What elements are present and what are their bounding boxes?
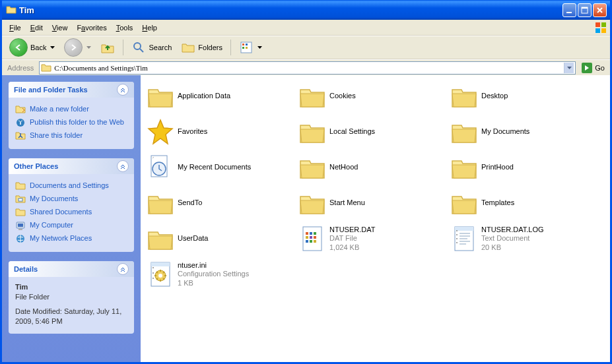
file-type: Text Document	[481, 234, 544, 243]
address-dropdown[interactable]	[564, 63, 574, 73]
file-name: NTUSER.DAT	[329, 226, 375, 234]
svg-point-34	[456, 230, 458, 231]
collapse-icon[interactable]	[117, 84, 129, 96]
menu-view[interactable]: View	[48, 22, 73, 34]
file-name: ntuser.ini	[178, 261, 249, 270]
maximize-button[interactable]	[578, 3, 592, 17]
menu-tools[interactable]: Tools	[112, 22, 138, 34]
file-name: PrintHood	[481, 163, 514, 171]
back-button[interactable]: Back	[6, 36, 58, 59]
file-name: UserData	[178, 234, 208, 243]
place-icon	[15, 220, 26, 231]
place-link[interactable]: My Computer	[15, 219, 127, 232]
forward-button[interactable]	[61, 36, 94, 59]
file-name: My Documents	[481, 127, 529, 136]
svg-rect-26	[306, 236, 308, 239]
minimize-button[interactable]	[562, 3, 576, 17]
file-item[interactable]: Application Data	[143, 79, 289, 113]
file-size: 1 KB	[178, 279, 249, 288]
place-link[interactable]: My Documents	[15, 193, 127, 206]
file-item[interactable]: PrintHood	[447, 150, 592, 185]
up-button[interactable]	[97, 38, 118, 57]
file-name: Desktop	[481, 92, 508, 100]
folder-icon	[298, 153, 327, 182]
folder-icon	[450, 117, 479, 146]
file-item[interactable]: Desktop	[447, 79, 592, 113]
svg-point-41	[153, 272, 154, 274]
file-item[interactable]: Start Menu	[295, 186, 440, 220]
file-item[interactable]: SendTo	[143, 186, 289, 220]
file-item[interactable]: UserData	[143, 222, 289, 256]
collapse-icon[interactable]	[117, 160, 129, 172]
file-list[interactable]: Application DataCookiesDesktopFavoritesL…	[141, 75, 610, 362]
file-name: NTUSER.DAT.LOG	[481, 226, 544, 234]
titlebar[interactable]: Tim	[2, 0, 610, 20]
task-link[interactable]: Publish this folder to the Web	[15, 116, 127, 129]
file-name: Application Data	[178, 92, 230, 100]
place-icon	[15, 194, 26, 204]
up-folder-icon	[100, 40, 115, 55]
place-link[interactable]: Shared Documents	[15, 206, 127, 219]
file-size: 1,024 KB	[329, 243, 375, 252]
details-type: File Folder	[15, 292, 127, 302]
svg-rect-29	[306, 240, 308, 243]
place-link[interactable]: Documents and Settings	[15, 179, 127, 193]
menu-help[interactable]: Help	[137, 22, 162, 34]
dropdown-arrow-icon	[50, 46, 55, 49]
file-item[interactable]: NTUSER.DATDAT File1,024 KB	[295, 222, 440, 256]
file-item[interactable]: Cookies	[295, 79, 440, 113]
views-icon	[239, 40, 254, 55]
file-item[interactable]: NTUSER.DAT.LOGText Document20 KB	[447, 222, 592, 256]
menu-favorites[interactable]: Favorites	[72, 22, 111, 34]
file-item[interactable]: ntuser.iniConfiguration Settings1 KB	[143, 257, 289, 291]
folder-icon	[298, 189, 327, 218]
task-link[interactable]: Make a new folder	[15, 103, 127, 116]
panel-header-places[interactable]: Other Places	[9, 158, 134, 174]
toolbar: Back Search Folders	[2, 36, 610, 59]
views-button[interactable]	[236, 38, 265, 57]
folder-icon	[450, 82, 479, 111]
svg-rect-6	[601, 28, 606, 33]
menubar: File Edit View Favorites Tools Help	[2, 20, 610, 36]
file-name: Favorites	[178, 127, 207, 136]
place-icon	[15, 181, 26, 191]
place-link[interactable]: My Network Places	[15, 232, 127, 245]
panel-other-places: Other Places Documents and SettingsMy Do…	[9, 158, 134, 252]
panel-file-tasks: File and Folder Tasks Make a new folderP…	[9, 82, 134, 149]
details-modified: Date Modified: Saturday, July 11, 2009, …	[15, 307, 127, 327]
svg-rect-24	[310, 232, 312, 235]
address-input[interactable]	[54, 64, 564, 72]
task-link[interactable]: Share this folder	[15, 129, 127, 142]
file-item[interactable]: My Recent Documents	[143, 150, 289, 185]
svg-rect-17	[18, 224, 23, 227]
search-icon	[131, 40, 146, 55]
file-item[interactable]: My Documents	[447, 115, 592, 149]
svg-rect-10	[246, 44, 248, 46]
svg-rect-31	[314, 240, 316, 243]
task-icon	[15, 104, 26, 115]
panel-header-tasks[interactable]: File and Folder Tasks	[9, 82, 134, 98]
menu-edit[interactable]: Edit	[26, 22, 48, 34]
file-item[interactable]: NetHood	[295, 150, 440, 185]
file-name: Cookies	[329, 92, 356, 100]
svg-rect-39	[151, 262, 170, 266]
folders-button[interactable]: Folders	[178, 38, 226, 57]
svg-point-42	[153, 278, 154, 279]
file-item[interactable]: Favorites	[143, 115, 289, 149]
folder-icon	[298, 82, 327, 111]
go-button[interactable]: Go	[578, 61, 607, 75]
file-item[interactable]: Local Settings	[295, 115, 440, 149]
svg-rect-5	[595, 28, 600, 33]
panel-header-details[interactable]: Details	[9, 261, 134, 277]
file-item[interactable]: Templates	[447, 186, 592, 220]
search-button[interactable]: Search	[128, 38, 175, 57]
svg-rect-30	[310, 240, 312, 243]
details-name: Tim	[15, 282, 127, 292]
svg-rect-2	[582, 7, 588, 9]
close-button[interactable]	[593, 3, 607, 17]
address-field-wrapper[interactable]	[39, 61, 576, 75]
txt-icon	[450, 224, 479, 253]
menu-file[interactable]: File	[5, 22, 26, 34]
folder-icon	[146, 82, 175, 111]
collapse-icon[interactable]	[117, 263, 129, 275]
